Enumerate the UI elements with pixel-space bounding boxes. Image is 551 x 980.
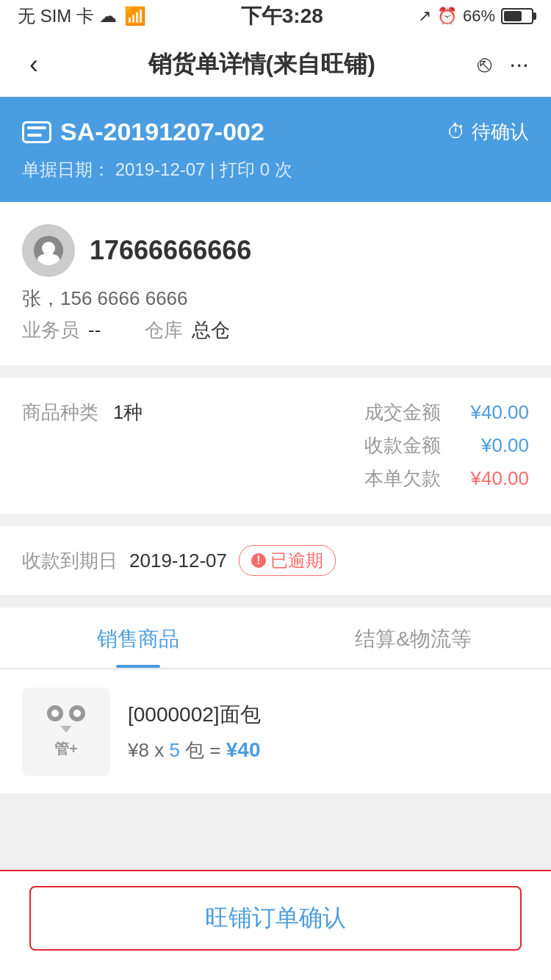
order-status-text: 待确认 <box>472 119 529 145</box>
order-id-row: SA-20191207-002 ⏱ 待确认 <box>22 118 529 146</box>
product-thumbnail: 管+ <box>22 688 110 776</box>
salesperson-item: 业务员 -- <box>22 317 101 343</box>
customer-info: 张，156 6666 6666 <box>22 286 529 311</box>
warehouse-value: 总仓 <box>192 317 230 343</box>
owl-eye-left <box>47 705 63 721</box>
customer-meta: 业务员 -- 仓库 总仓 <box>22 317 529 343</box>
tabs-section: 销售商品 结算&物流等 <box>0 608 551 669</box>
tab-settlement[interactable]: 结算&物流等 <box>276 608 551 668</box>
tab-settlement-label: 结算&物流等 <box>355 627 472 650</box>
received-value: ¥0.00 <box>455 434 529 457</box>
overdue-text: 已逾期 <box>270 549 323 572</box>
overdue-badge: ! 已逾期 <box>239 545 336 576</box>
order-id-text: SA-20191207-002 <box>60 118 264 146</box>
amount-label: 成交金额 <box>364 400 441 425</box>
warehouse-item: 仓库 总仓 <box>145 317 230 343</box>
confirm-order-button[interactable]: 旺铺订单确认 <box>29 886 522 951</box>
status-left: 无 SIM 卡 ☁ 📶 <box>18 4 146 28</box>
price-multiply: x <box>154 739 169 761</box>
customer-row: 17666666666 <box>22 224 529 277</box>
battery-icon <box>501 8 533 24</box>
product-item: 管+ [0000002]面包 ¥8 x 5 包 = ¥40 <box>22 688 529 776</box>
avatar-icon <box>34 236 63 265</box>
back-button[interactable]: ‹ <box>22 42 46 87</box>
product-details: [0000002]面包 ¥8 x 5 包 = ¥40 <box>128 701 529 763</box>
received-row: 收款金额 ¥0.00 <box>364 433 529 458</box>
owl-beak <box>60 726 72 733</box>
nav-bar: ‹ 销货单详情(来自旺铺) ⎋ ··· <box>0 32 551 97</box>
status-time: 下午3:28 <box>241 2 323 30</box>
product-name: [0000002]面包 <box>128 701 529 729</box>
kind-label: 商品种类 <box>22 400 98 425</box>
order-print-count: 0 <box>260 159 270 179</box>
received-label: 收款金额 <box>364 433 441 458</box>
battery-fill <box>504 11 522 21</box>
battery-percent: 66% <box>463 7 495 26</box>
more-icon[interactable]: ··· <box>509 51 529 78</box>
status-clock-icon: ⏱ <box>447 120 466 143</box>
warehouse-label: 仓库 <box>145 317 183 343</box>
avatar <box>22 224 75 277</box>
due-label: 收款到期日 <box>22 548 118 574</box>
owl-eyes <box>47 705 85 721</box>
amount-row: 成交金额 ¥40.00 <box>364 400 529 425</box>
order-date-row: 单据日期： 2019-12-07 | 打印 0 次 <box>22 158 529 181</box>
order-status: ⏱ 待确认 <box>447 119 529 145</box>
owe-value: ¥40.00 <box>455 467 529 490</box>
salesperson-value: -- <box>88 319 101 342</box>
order-date-label: 单据日期： <box>22 159 110 179</box>
stats-section: 商品种类 1种 成交金额 ¥40.00 收款金额 ¥0.00 本单欠款 ¥40.… <box>0 378 551 514</box>
price-equals: = <box>209 739 226 761</box>
bottom-bar: 旺铺订单确认 <box>0 870 551 980</box>
owe-row: 本单欠款 ¥40.00 <box>364 466 529 491</box>
order-header: SA-20191207-002 ⏱ 待确认 单据日期： 2019-12-07 |… <box>0 97 551 202</box>
order-print-suffix: 次 <box>275 159 292 179</box>
wifi-icon: 📶 <box>124 6 146 26</box>
salesperson-label: 业务员 <box>22 317 79 343</box>
product-price: ¥8 x 5 包 = ¥40 <box>128 738 529 763</box>
tabs-row: 销售商品 结算&物流等 <box>0 608 551 668</box>
product-section: 管+ [0000002]面包 ¥8 x 5 包 = ¥40 <box>0 670 551 793</box>
status-right: ↗ ⏰ 66% <box>418 7 533 26</box>
stats-left: 商品种类 1种 <box>22 400 143 425</box>
price-per-unit: ¥8 <box>128 739 149 761</box>
owl-eye-right <box>69 705 85 721</box>
warning-icon: ! <box>251 553 266 568</box>
order-date-value: 2019-12-07 <box>115 159 206 179</box>
tab-products[interactable]: 销售商品 <box>0 608 276 668</box>
stats-right: 成交金额 ¥40.00 收款金额 ¥0.00 本单欠款 ¥40.00 <box>364 400 529 491</box>
due-date: 2019-12-07 <box>129 550 227 572</box>
amount-value: ¥40.00 <box>455 401 529 424</box>
price-qty-value: 5 <box>169 739 179 761</box>
alarm-icon: ⏰ <box>437 7 457 26</box>
price-total: ¥40 <box>226 738 261 761</box>
page-title: 销货单详情(来自旺铺) <box>148 48 375 81</box>
order-doc-icon <box>22 121 51 143</box>
product-thumb-content: 管+ <box>22 688 110 776</box>
kind-value: 1种 <box>113 400 143 425</box>
location-icon: ↗ <box>418 7 431 26</box>
export-icon[interactable]: ⎋ <box>478 51 491 78</box>
tab-products-label: 销售商品 <box>97 627 179 650</box>
nav-actions: ⎋ ··· <box>478 51 529 78</box>
order-id: SA-20191207-002 <box>22 118 264 146</box>
price-unit: 包 <box>185 739 204 761</box>
owe-label: 本单欠款 <box>364 466 441 491</box>
status-bar: 无 SIM 卡 ☁ 📶 下午3:28 ↗ ⏰ 66% <box>0 0 551 32</box>
order-print-label: | 打印 <box>210 159 260 179</box>
customer-section: 17666666666 张，156 6666 6666 业务员 -- 仓库 总仓 <box>0 202 551 366</box>
no-sim-text: 无 SIM 卡 ☁ <box>18 4 117 28</box>
owl-text: 管+ <box>54 739 78 759</box>
customer-phone: 17666666666 <box>90 235 251 266</box>
due-section: 收款到期日 2019-12-07 ! 已逾期 <box>0 526 551 596</box>
